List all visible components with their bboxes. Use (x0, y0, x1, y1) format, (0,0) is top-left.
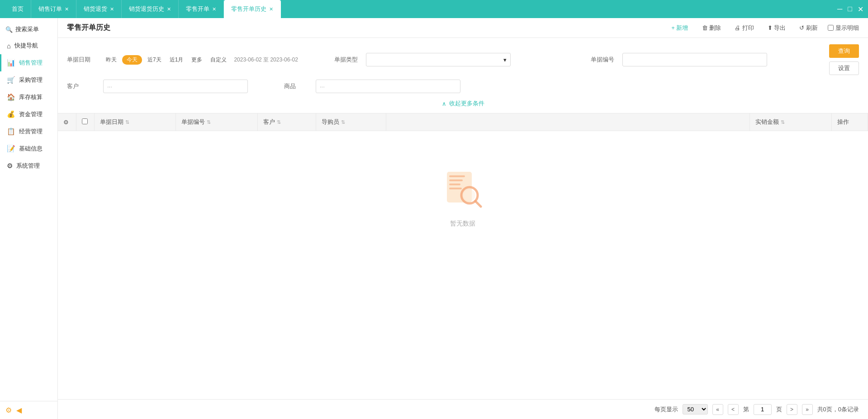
tab-retail-open-history[interactable]: 零售开单历史 ✕ (224, 0, 281, 18)
first-page-button[interactable]: « (712, 404, 723, 415)
sort-icon[interactable]: ⇅ (277, 119, 281, 125)
goods-label: 商品 (284, 82, 311, 90)
sort-icon[interactable]: ⇅ (207, 119, 211, 125)
page-input[interactable] (754, 404, 772, 415)
sort-icon[interactable]: ⇅ (781, 119, 785, 125)
sidebar: 🔍 搜索采单 ⌂ 快捷导航 📊 销售管理 🛒 采购管理 🏠 库存核算 💰 资金管… (0, 18, 58, 419)
settings-button[interactable]: 设置 (829, 61, 859, 75)
print-button[interactable]: 🖨 打印 (731, 22, 758, 34)
date-btn-7days[interactable]: 近7天 (145, 55, 164, 65)
sidebar-item-label: 资金管理 (19, 110, 43, 118)
date-btn-yesterday[interactable]: 昨天 (103, 55, 119, 65)
query-button[interactable]: 查询 (829, 44, 859, 58)
col-amount: 实销金额 ⇅ (750, 113, 832, 131)
col-guide: 导购员 ⇅ (316, 113, 386, 131)
sidebar-item-label: 经营管理 (19, 127, 43, 136)
svg-point-6 (464, 189, 475, 201)
pagination-bar: 每页显示 20 50 100 « < 第 页 > » 共0页，0条记录 (58, 399, 868, 419)
warehouse-icon: 🏠 (7, 93, 15, 101)
top-tabbar: 首页 销售订单 ✕ 销货退货 ✕ 销货退货历史 ✕ 零售开单 ✕ 零售开单历史 … (0, 0, 868, 18)
date-buttons: 昨天 今天 近7天 近1月 更多 自定义 2023-06-02 至 2023-0… (103, 55, 298, 65)
settings-bottom-icon[interactable]: ⚙ (5, 406, 12, 414)
col-customer-label: 客户 (263, 118, 275, 126)
date-btn-more[interactable]: 更多 (189, 55, 205, 65)
tab-home[interactable]: 首页 (5, 0, 31, 18)
sidebar-item-inventory[interactable]: 🏠 库存核算 (0, 89, 57, 106)
order-no-label: 单据编号 (591, 56, 618, 64)
sidebar-item-operation[interactable]: 📋 经营管理 (0, 123, 57, 140)
tab-retail-open[interactable]: 零售开单 ✕ (179, 0, 224, 18)
date-btn-custom[interactable]: 自定义 (208, 55, 229, 65)
chart-icon: 📊 (7, 59, 15, 67)
col-spacer (386, 113, 749, 131)
col-ops-label: 操作 (837, 118, 849, 125)
sidebar-item-sales-mgmt[interactable]: 📊 销售管理 (0, 54, 57, 71)
sort-icon[interactable]: ⇅ (341, 119, 345, 125)
column-settings-icon[interactable]: ⚙ (63, 119, 69, 126)
tab-sales-return-history[interactable]: 销货退货历史 ✕ (122, 0, 179, 18)
add-button[interactable]: + 新增 (668, 22, 692, 34)
date-btn-today[interactable]: 今天 (122, 55, 142, 65)
delete-button[interactable]: 🗑 删除 (698, 22, 725, 34)
window-close-icon[interactable]: ✕ (858, 5, 863, 14)
order-type-select[interactable]: ▾ (366, 53, 511, 66)
page-title: 零售开单历史 (67, 23, 110, 33)
export-button[interactable]: ⬆ 导出 (764, 22, 790, 34)
display-detail-label: 显示明细 (835, 24, 859, 32)
info-icon: 📝 (7, 145, 15, 153)
col-checkbox[interactable] (76, 113, 94, 131)
close-icon[interactable]: ✕ (212, 6, 216, 12)
customer-label: 客户 (67, 82, 94, 90)
sidebar-search[interactable]: 🔍 搜索采单 (0, 22, 57, 37)
sidebar-item-purchase-mgmt[interactable]: 🛒 采购管理 (0, 71, 57, 89)
filter-area: 单据日期 昨天 今天 近7天 近1月 更多 自定义 2023-06-02 至 2… (58, 38, 868, 113)
gear-icon: ⚙ (7, 162, 13, 170)
sidebar-item-quick-nav[interactable]: ⌂ 快捷导航 (0, 37, 57, 54)
collapse-row[interactable]: ∧ 收起更多条件 (67, 98, 859, 109)
sidebar-item-label: 系统管理 (16, 162, 40, 170)
page-header: 零售开单历史 + 新增 🗑 删除 🖨 打印 ⬆ 导出 ↺ 刷新 显示明细 (58, 18, 868, 38)
empty-illustration (436, 167, 490, 212)
tab-sales-order[interactable]: 销售订单 ✕ (31, 0, 76, 18)
close-icon[interactable]: ✕ (167, 6, 171, 12)
goods-select[interactable]: ··· (316, 80, 460, 93)
customer-select[interactable]: ··· (103, 80, 248, 93)
col-customer: 客户 ⇅ (258, 113, 316, 131)
sidebar-item-finance[interactable]: 💰 资金管理 (0, 106, 57, 123)
chevron-down-icon: ▾ (503, 56, 507, 63)
sidebar-item-basic-info[interactable]: 📝 基础信息 (0, 140, 57, 157)
sort-icon[interactable]: ⇅ (125, 119, 129, 125)
order-type-label: 单据类型 (334, 56, 361, 64)
chevron-up-icon: ∧ (442, 100, 446, 107)
sidebar-item-sys-mgmt[interactable]: ⚙ 系统管理 (0, 157, 57, 174)
col-date: 单据日期 ⇅ (94, 113, 176, 131)
sidebar-item-label: 库存核算 (19, 93, 43, 101)
display-detail-checkbox[interactable] (828, 25, 834, 31)
close-icon[interactable]: ✕ (110, 6, 114, 12)
window-max-icon[interactable]: □ (848, 5, 852, 13)
goods-dots: ··· (320, 83, 325, 90)
page-size-select[interactable]: 20 50 100 (683, 404, 708, 414)
sidebar-search-label: 搜索采单 (15, 25, 39, 33)
order-no-input[interactable] (622, 53, 767, 66)
display-detail-toggle[interactable]: 显示明细 (828, 24, 859, 32)
total-info: 共0页，0条记录 (817, 405, 859, 414)
close-icon[interactable]: ✕ (269, 6, 273, 12)
collapse-sidebar-icon[interactable]: ◀ (16, 406, 22, 414)
col-ops: 操作 (832, 113, 868, 131)
close-icon[interactable]: ✕ (65, 6, 69, 12)
col-order-no: 单据编号 ⇅ (176, 113, 258, 131)
col-guide-label: 导购员 (322, 118, 339, 126)
empty-text: 暂无数据 (450, 220, 475, 228)
window-min-icon[interactable]: ─ (837, 5, 842, 13)
date-btn-1month[interactable]: 近1月 (167, 55, 186, 65)
next-page-button[interactable]: > (787, 404, 797, 415)
select-all-checkbox[interactable] (82, 118, 88, 124)
prev-page-button[interactable]: < (728, 404, 739, 415)
refresh-button[interactable]: ↺ 刷新 (796, 22, 821, 34)
tab-sales-return[interactable]: 销货退货 ✕ (76, 0, 122, 18)
cart-icon: 🛒 (7, 76, 15, 84)
col-settings[interactable]: ⚙ (58, 113, 76, 131)
finance-icon: 💰 (7, 110, 15, 118)
last-page-button[interactable]: » (802, 404, 813, 415)
